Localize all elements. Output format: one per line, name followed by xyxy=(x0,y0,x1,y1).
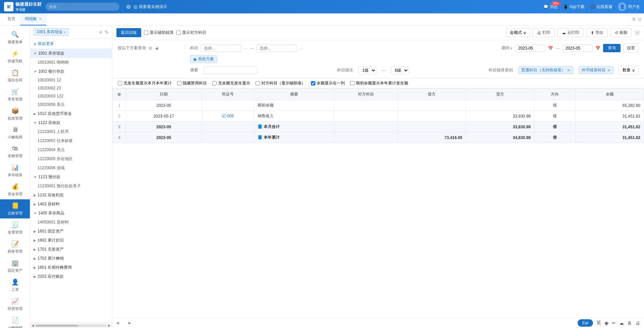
cell-voucher-2[interactable]: 记-006 xyxy=(202,111,254,122)
category-tag-foreign[interactable]: 外币核算科目 ✕ xyxy=(579,66,613,74)
sidebar-item-ecommerce[interactable]: 🖥 小畅电商 xyxy=(0,124,30,142)
account-10020006[interactable]: 10020006 美元 xyxy=(30,100,112,109)
sidebar-item-ledger[interactable]: 📒 总账管理 xyxy=(0,199,30,218)
account-1123[interactable]: ▼ 1123 预付款 xyxy=(30,173,112,182)
account-1122[interactable]: ▼ 1122 应收款 xyxy=(30,118,112,127)
opposite-input[interactable] xyxy=(256,81,260,85)
demo-link[interactable]: ◎ 我要看实例演示 xyxy=(133,4,167,10)
sidebar-item-assets[interactable]: 🏢 固定资产 xyxy=(0,257,30,276)
sidebar-item-retail[interactable]: 🛒 零售管理 xyxy=(0,85,30,105)
one-col-checkbox[interactable]: 余额显示在一列 xyxy=(311,80,345,86)
cloud-print-btn[interactable]: ☁ 云打印 xyxy=(557,28,584,37)
scroll-left-btn[interactable]: ◀ xyxy=(32,324,34,327)
expand-more-btn[interactable]: ∧ 收起更多 xyxy=(30,39,112,49)
account-11220002[interactable]: 11220002 往来标签 xyxy=(30,136,112,145)
sidebar-item-tax[interactable]: 📝 税务管理 xyxy=(0,238,30,257)
account-1001[interactable]: ▼ 1001 库存现金 xyxy=(30,49,112,58)
voucher-link-2[interactable]: 记-006 xyxy=(222,114,234,118)
account-11220004[interactable]: 11220004 美元 xyxy=(30,145,112,154)
user-avatar[interactable]: 👤 用户名 xyxy=(618,2,640,11)
bottom-scroll-right[interactable]: ▶ xyxy=(128,321,131,325)
opposite-checkbox[interactable]: 对方科目（显示辅助项） xyxy=(256,80,306,86)
period-calendar-icon2[interactable]: 📅 xyxy=(595,46,600,51)
back-old-btn[interactable]: 返回旧版 xyxy=(116,28,141,37)
edit-icon-bottom[interactable]: ✏ xyxy=(612,320,616,326)
settings-icon[interactable]: ⚙ xyxy=(126,4,131,10)
print-btn[interactable]: 🖨 打印 xyxy=(533,28,555,37)
message-btn[interactable]: 💬 消息 99+ xyxy=(543,4,558,10)
period-start-input[interactable] xyxy=(515,45,545,52)
init-balance-input[interactable] xyxy=(350,81,355,85)
edit-icon[interactable]: ✎ xyxy=(105,29,109,35)
hide-disabled-input[interactable] xyxy=(177,81,181,85)
left-panel-scrollbar[interactable]: ◀ ▶ xyxy=(30,323,112,328)
col-direction[interactable]: 方向 xyxy=(534,89,576,100)
period-calendar-icon[interactable]: 📅 xyxy=(548,46,553,51)
circle-icon[interactable]: ◉ xyxy=(604,320,608,326)
no-occur-checkbox[interactable]: 无发生额显示本月本年累计 xyxy=(118,80,172,86)
sidebar-item-invoice[interactable]: 🧾 发票管理 xyxy=(0,218,30,238)
refresh-btn[interactable]: ↺ 刷新 xyxy=(610,28,632,37)
cloud-icon-bottom[interactable]: ☁ xyxy=(619,320,624,326)
no-occur-input[interactable] xyxy=(118,81,122,85)
level-to-select[interactable]: 6级5级 xyxy=(391,66,409,74)
account-1701[interactable]: ▶1701 无形资产 xyxy=(30,245,112,254)
account-1602[interactable]: ▶1602 累计折旧 xyxy=(30,236,112,245)
account-1405[interactable]: ▼ 1405 库存商品 xyxy=(30,209,112,218)
account-14050001[interactable]: 14050001 原材料 xyxy=(30,218,112,227)
col-debit[interactable]: 借方 xyxy=(397,89,466,100)
tab-detail[interactable]: 明细账 ✕ xyxy=(20,13,46,25)
bottom-scroll-left[interactable]: ◀ xyxy=(116,321,119,325)
account-2202[interactable]: ▶2202 应付账款 xyxy=(30,272,112,281)
account-11230001[interactable]: 11230001 预付款款美子 xyxy=(30,182,112,191)
tag-close-foreign[interactable]: ✕ xyxy=(607,68,610,73)
expand-right-arrow[interactable]: › xyxy=(635,30,640,35)
account-11220005[interactable]: 11220005 所在地区 xyxy=(30,154,112,163)
account-1403[interactable]: ▶ 1403 原材料 xyxy=(30,200,112,209)
print-icon-bottom[interactable]: 🖨 xyxy=(635,320,640,326)
tab-detail-close[interactable]: ✕ xyxy=(39,17,42,21)
list-view-icon[interactable]: ≡ xyxy=(99,29,102,35)
setting-btn[interactable]: 设置 xyxy=(623,44,639,53)
one-col-input[interactable] xyxy=(311,81,315,85)
no-balance-input[interactable] xyxy=(212,81,217,85)
account-10020003[interactable]: 10020003 122 xyxy=(30,92,112,100)
account-11220001[interactable]: 11220001 人民币 xyxy=(30,127,112,136)
account-10020001[interactable]: 10020001 12 xyxy=(30,76,112,84)
sidebar-item-ops[interactable]: 📈 经营管理 xyxy=(0,295,30,314)
col-opposite[interactable]: 对方科目 xyxy=(334,89,397,100)
account-1002[interactable]: ▼ 1002 银行存款 xyxy=(30,67,112,76)
sidebar-item-wholesale[interactable]: 📦 批发管理 xyxy=(0,105,30,124)
sidebar-item-salary[interactable]: 👤 工资 xyxy=(0,276,30,295)
tab-bar-expand-btn[interactable]: ⊡ xyxy=(638,17,641,22)
account-1012[interactable]: ▶ 1012 其他货币资金 xyxy=(30,109,112,118)
col-summary[interactable]: 摘要 xyxy=(254,89,334,100)
init-balance-checkbox[interactable]: 期初余额显示本年累计发生额 xyxy=(350,80,408,86)
sidebar-item-finance[interactable]: 💰 资金管理 xyxy=(0,180,30,199)
monitor-icon[interactable]: 🖥 xyxy=(627,320,632,326)
col-gear[interactable]: ⚙ xyxy=(113,89,126,100)
eat-btn[interactable]: Eat xyxy=(578,319,593,327)
subject-input2[interactable] xyxy=(257,45,297,52)
category-tag-normal[interactable]: 普通科目（无特殊核算） ✕ xyxy=(518,66,573,74)
tab-home[interactable]: 首页 xyxy=(3,13,20,25)
top-search[interactable] xyxy=(46,3,119,11)
quantity-dropdown-btn[interactable]: 数量 ∨ xyxy=(619,66,639,75)
summary-input[interactable] xyxy=(204,67,257,74)
sidebar-item-purchase[interactable]: 🛍 采购管理 xyxy=(0,142,30,161)
selected-account-tag[interactable]: 1001 库存现金 › xyxy=(34,28,68,36)
col-voucher[interactable]: 凭证号 xyxy=(202,89,254,100)
account-1132[interactable]: ▶ 1132 应收利息 xyxy=(30,191,112,200)
search-input[interactable] xyxy=(46,3,119,11)
tab-bar-close-btn[interactable]: ✕ xyxy=(632,16,636,22)
app-download-btn[interactable]: 📱 App下载 xyxy=(563,4,585,10)
lang-icon[interactable]: 英 xyxy=(596,320,601,326)
sidebar-item-inventory[interactable]: 📊 库存核算 xyxy=(0,161,30,180)
account-10020002[interactable]: 10020002 23 xyxy=(30,84,112,92)
format-dropdown-btn[interactable]: 金额式 ∨ xyxy=(506,28,530,37)
tag-close-normal[interactable]: ✕ xyxy=(567,68,570,73)
show-aux-input[interactable] xyxy=(144,30,148,35)
sidebar-item-search[interactable]: 🔍 搜索菜单 xyxy=(0,28,30,47)
sidebar-item-quick[interactable]: ⚡ 快捷导航 xyxy=(0,47,30,66)
period-end-input[interactable] xyxy=(562,45,593,52)
